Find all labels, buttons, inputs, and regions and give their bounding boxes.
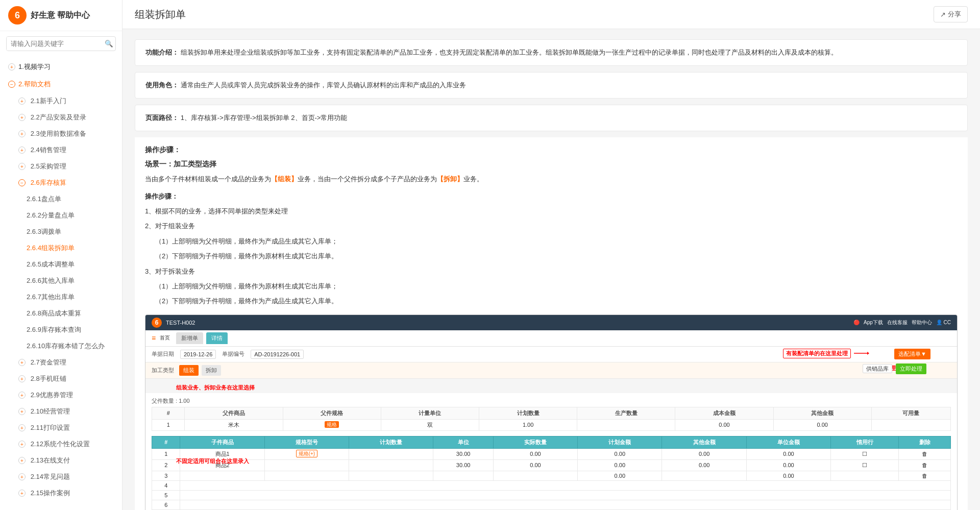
step-3-1: （1）上部明细为父件明细，最终作为原材料生成其它出库单；: [145, 280, 958, 292]
sidebar-item-video[interactable]: + 1.视频学习: [0, 58, 122, 76]
sidebar-item-2-5[interactable]: + 2.5采购管理: [0, 158, 122, 175]
sidebar-item-help[interactable]: − 2.帮助文档: [0, 76, 122, 93]
mock-form-header: 单据日期 2019-12-26 单据编号 AD-20191226-001 有装配…: [145, 347, 957, 362]
sidebar-item-2-4[interactable]: + 2.4销售管理: [0, 142, 122, 158]
page-title: 组装拆卸单: [135, 8, 186, 21]
mock-confirm-btn[interactable]: 立即处理: [896, 363, 926, 374]
logo-title: 好生意 帮助中心: [31, 10, 90, 21]
mock-sub-table-area: 不固定适用可组合在这里录入 # 子件商品 规格型号 计划数量 单位 实际数量 计…: [145, 432, 957, 510]
plus-icon-2-9: +: [18, 392, 26, 399]
search-icon: 🔍: [105, 40, 113, 47]
mock-date-value: 2019-12-26: [180, 350, 216, 359]
mock-left-nav: ≡ 首页: [152, 334, 173, 342]
sidebar-header: 6 好生意 帮助中心: [0, 0, 122, 31]
sidebar-item-2-6[interactable]: − 2.6库存核算: [0, 175, 122, 191]
sidebar-item-2-10[interactable]: + 2.10经营管理: [0, 403, 122, 420]
mock-parent-table: # 父件商品 父件规格 计量单位 计划数量 生产数量 成本金额 其他金额 可用量: [152, 407, 951, 431]
sidebar-item-2-12[interactable]: + 2.12系统个性化设置: [0, 436, 122, 452]
sidebar-item-2-15[interactable]: + 2.15操作案例: [0, 485, 122, 501]
search-input[interactable]: [7, 37, 101, 51]
annotation-type-area: 有装配清单的在这里处理: [783, 349, 869, 358]
mock-logo: 6: [152, 318, 162, 328]
main-header: 组装拆卸单 ↗ 分享: [122, 0, 980, 29]
plus-icon-2-2: +: [18, 114, 26, 121]
sidebar-item-2-2[interactable]: + 2.2产品安装及登录: [0, 109, 122, 126]
share-label: 分享: [948, 10, 961, 19]
mock-sub-row-6: 6: [152, 500, 951, 509]
sidebar-item-2-6-6[interactable]: 2.6.6其他入库单: [0, 273, 122, 289]
sidebar-item-2-7[interactable]: + 2.7资金管理: [0, 354, 122, 371]
feature-intro-label: 功能介绍：: [145, 48, 179, 56]
sidebar-item-2-14[interactable]: + 2.14常见问题: [0, 469, 122, 485]
feature-intro-text: 组装拆卸单用来处理企业组装或拆卸等加工业务，支持有固定装配清单的产品加工业务，也…: [181, 48, 838, 56]
ops-steps-title: 操作步骤：: [145, 190, 958, 202]
share-button[interactable]: ↗ 分享: [934, 6, 968, 22]
path-box: 页面路径： 1、库存核算->库存管理->组装拆卸单 2、首页->常用功能: [135, 105, 968, 131]
arrow-right-icon: [854, 350, 869, 356]
mock-parent-table-area: 父件数量 : 1.00 # 父件商品 父件规格 计量单位 计划数量 生产数量 成…: [145, 393, 957, 432]
annotation-subtype: 组装业务、拆卸业务在这里选择: [176, 384, 255, 392]
sidebar-item-2-6-8[interactable]: 2.6.8商品成本重算: [0, 305, 122, 322]
sidebar-item-video-label: 1.视频学习: [18, 62, 51, 71]
role-label: 使用角色：: [145, 81, 179, 89]
mock-type-chaixie[interactable]: 拆卸: [202, 365, 221, 376]
sidebar-item-2-6-7[interactable]: 2.6.7其他出库单: [0, 289, 122, 305]
mock-order-value: AD-20191226-001: [251, 350, 304, 359]
plus-icon-2-3: +: [18, 130, 26, 137]
step-2: 2、对于组装业务: [145, 220, 958, 232]
sidebar-item-2-8[interactable]: + 2.8手机旺铺: [0, 371, 122, 387]
mock-type-zuzhuang[interactable]: 组装: [179, 365, 199, 376]
sidebar-item-2-6-3[interactable]: 2.6.3调拨单: [0, 224, 122, 240]
expand-icon-video: +: [8, 63, 15, 70]
mock-title: TEST-H002: [166, 320, 195, 326]
sidebar-item-2-13[interactable]: + 2.13在线支付: [0, 452, 122, 469]
svg-marker-1: [867, 352, 869, 355]
mock-type-btns: 组装 拆卸: [179, 365, 221, 376]
expand-icon-help: −: [8, 81, 15, 88]
sidebar-item-help-label: 2.帮助文档: [18, 80, 51, 89]
step-2-2: （2）下部明细为子件明细，最终作为原材料生成其它出库单。: [145, 250, 958, 262]
search-button[interactable]: 🔍: [101, 37, 116, 51]
minus-icon-2-6: −: [18, 179, 26, 186]
search-box[interactable]: 🔍: [6, 36, 116, 51]
nav-section-main: + 1.视频学习 − 2.帮助文档 + 2.1新手入门 + 2.2产品安装及登录…: [0, 56, 122, 503]
mock-screenshot: 6 TEST-H002 🔴 App下载 在线客服 帮助中心 👤 CC ≡: [145, 314, 958, 510]
step-3: 3、对于拆装业务: [145, 265, 958, 277]
sidebar-item-2-6-9[interactable]: 2.6.9库存账本查询: [0, 322, 122, 338]
sidebar-item-2-1[interactable]: + 2.1新手入门: [0, 93, 122, 109]
step-3-2: （2）下部明细为子件明细，最终作为产成品生成其它入库单。: [145, 295, 958, 307]
logo-icon: 6: [8, 6, 27, 25]
mock-sub-table: # 子件商品 规格型号 计划数量 单位 实际数量 计划金额 其他金额 单位金额 …: [152, 436, 951, 510]
scenario-1-desc: 当由多个子件材料组装成一个成品的业务为【组装】业务，当由一个父件拆分成多个子产品…: [145, 173, 958, 185]
sidebar-item-2-6-10[interactable]: 2.6.10库存账本错了怎么办: [0, 338, 122, 354]
mock-sub-row-4: 4: [152, 480, 951, 490]
plus-icon-2-7: +: [18, 359, 26, 366]
mock-header-right: 🔴 App下载 在线客服 帮助中心 👤 CC: [853, 319, 951, 326]
sidebar-item-2-11[interactable]: + 2.11打印设置: [0, 420, 122, 436]
sidebar-item-2-9[interactable]: + 2.9优惠券管理: [0, 387, 122, 403]
mock-sub-row-5: 5: [152, 490, 951, 500]
mock-tab-detail[interactable]: 详情: [206, 332, 228, 344]
sidebar-item-2-6-4[interactable]: 2.6.4组装拆卸单: [0, 240, 122, 256]
plus-icon-2-8: +: [18, 375, 26, 382]
mock-tab-new[interactable]: 新增单: [176, 332, 203, 344]
ops-title: 操作步骤：: [145, 145, 958, 155]
sidebar-item-2-3[interactable]: + 2.3使用前数据准备: [0, 126, 122, 142]
step-1: 1、根据不同的业务，选择不同单据的类型来处理: [145, 205, 958, 217]
main-area: 组装拆卸单 ↗ 分享 功能介绍： 组装拆卸单用来处理企业组装或拆卸等加工业务，支…: [122, 0, 980, 510]
text-chaixie: 【拆卸】: [437, 175, 463, 183]
path-label: 页面路径：: [145, 114, 179, 122]
sidebar-item-2-6-2[interactable]: 2.6.2分量盘点单: [0, 207, 122, 224]
mock-type-row: 加工类型 组装 拆卸 组装业务、拆卸业务在这里选择 启用处理 供销品库 立即处理: [145, 362, 957, 379]
mock-tabs-row: ≡ 首页 新增单 详情: [145, 330, 957, 347]
plus-icon-2-13: +: [18, 457, 26, 464]
share-icon: ↗: [940, 11, 946, 18]
step-2-1: （1）上部明细为父件明细，最终作为产成品生成其它入库单；: [145, 235, 958, 247]
plus-icon-2-14: +: [18, 473, 26, 480]
sidebar-item-2-6-1[interactable]: 2.6.1盘点单: [0, 191, 122, 207]
sidebar-item-2-6-5[interactable]: 2.6.5成本调整单: [0, 256, 122, 273]
mock-sub-row-2: 2 商品2 30.00 0.00 0.00 0.00 0.00 ☐ 🗑: [152, 459, 951, 471]
mock-enable-input[interactable]: 供销品库: [863, 364, 892, 373]
mock-choose-btn[interactable]: 选配清单▼: [894, 349, 930, 359]
mock-parent-row-1: 1 米木 规格 双 1.00 0.00 0.00: [152, 419, 951, 430]
